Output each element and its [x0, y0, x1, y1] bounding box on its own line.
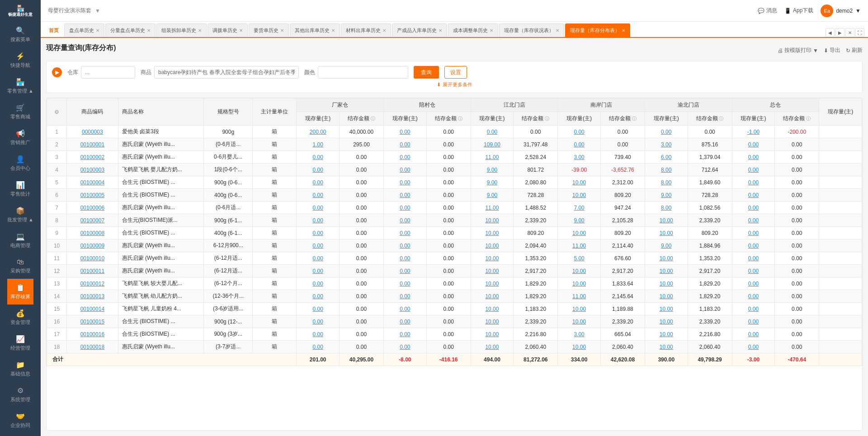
product-input[interactable]	[154, 66, 299, 79]
row-total1[interactable]: 0.00	[732, 164, 775, 176]
nav-tab-close-9[interactable]: ✕	[490, 28, 493, 33]
row-j1[interactable]: 10.00	[471, 239, 514, 252]
row-total1[interactable]: 0.00	[732, 214, 775, 227]
row-p1[interactable]: 0.00	[384, 189, 427, 202]
row-p1[interactable]: 0.00	[384, 202, 427, 214]
nav-tab-7[interactable]: 材料出库单历史✕	[341, 23, 391, 37]
row-p1[interactable]: 0.00	[384, 277, 427, 290]
row-p1[interactable]: 0.00	[384, 315, 427, 328]
row-code[interactable]: 00100015	[67, 315, 118, 328]
row-total1[interactable]: 0.00	[732, 151, 775, 164]
row-yb1[interactable]: 9.00	[645, 239, 688, 252]
row-f1[interactable]: 0.00	[297, 176, 340, 189]
nav-tab-8[interactable]: 产成品入库单历史✕	[392, 23, 447, 37]
row-f1[interactable]: 0.00	[297, 164, 340, 176]
sidebar-item-1[interactable]: ⚡快捷导航	[7, 47, 33, 73]
nav-close[interactable]: ✕	[845, 28, 854, 37]
nav-tab-close-5[interactable]: ✕	[280, 28, 284, 33]
row-n1[interactable]: 3.00	[558, 328, 601, 341]
sidebar-item-9[interactable]: 🛍采购管理	[7, 253, 33, 279]
row-n1[interactable]: 0.00	[558, 126, 601, 138]
row-yb1[interactable]: 10.00	[645, 290, 688, 303]
refresh-btn[interactable]: ↻ 刷新	[846, 47, 863, 54]
nav-tab-close-4[interactable]: ✕	[239, 28, 243, 33]
row-yb1[interactable]: 10.00	[645, 214, 688, 227]
sidebar-item-13[interactable]: 📁基础信息	[7, 356, 33, 382]
warehouse-input[interactable]	[81, 66, 135, 79]
dropdown-icon[interactable]: ▼	[95, 8, 100, 14]
row-j1[interactable]: 10.00	[471, 341, 514, 353]
nav-tab-5[interactable]: 要货单历史✕	[249, 23, 289, 37]
expand-more[interactable]: ⬇ 展开更多条件	[52, 81, 857, 88]
row-j1[interactable]: 10.00	[471, 214, 514, 227]
row-f1[interactable]: 0.00	[297, 265, 340, 277]
row-j1[interactable]: 10.00	[471, 277, 514, 290]
row-p1[interactable]: 0.00	[384, 341, 427, 353]
row-yb1[interactable]: 0.00	[645, 126, 688, 138]
row-code[interactable]: 00100006	[67, 202, 118, 214]
row-total1[interactable]: 0.00	[732, 138, 775, 151]
user-area[interactable]: Ea demo2 ▼	[821, 5, 861, 17]
row-total1[interactable]: 0.00	[732, 227, 775, 239]
th-settings[interactable]: ⚙	[47, 98, 67, 126]
nav-tab-4[interactable]: 调拨单历史✕	[208, 23, 248, 37]
row-n1[interactable]: 10.00	[558, 303, 601, 315]
row-p1[interactable]: 0.00	[384, 265, 427, 277]
sidebar-item-7[interactable]: 📦批发管理 ▲	[7, 202, 33, 228]
row-code[interactable]: 00100005	[67, 189, 118, 202]
row-code[interactable]: 00100010	[67, 252, 118, 265]
color-input[interactable]	[318, 66, 408, 79]
row-n1[interactable]: -39.00	[558, 164, 601, 176]
row-n1[interactable]: 10.00	[558, 277, 601, 290]
row-p1[interactable]: 0.00	[384, 164, 427, 176]
nav-tab-0[interactable]: 首页	[44, 23, 63, 37]
row-f1[interactable]: 0.00	[297, 239, 340, 252]
row-code[interactable]: 00100002	[67, 151, 118, 164]
app-download-btn[interactable]: 📱 App下载	[784, 7, 813, 14]
row-total1[interactable]: 0.00	[732, 277, 775, 290]
row-total1[interactable]: 0.00	[732, 290, 775, 303]
sidebar-item-2[interactable]: 🏪零售管理 ▲	[7, 73, 33, 99]
nav-tab-2[interactable]: 分量盘点单历史✕	[105, 23, 156, 37]
nav-tab-close-8[interactable]: ✕	[439, 28, 442, 33]
sidebar-item-4[interactable]: 📢营销推广	[7, 125, 33, 150]
row-n1[interactable]: 0.00	[558, 138, 601, 151]
row-j1[interactable]: 9.00	[471, 164, 514, 176]
nav-tab-1[interactable]: 盘点单历史✕	[64, 23, 104, 37]
row-n1[interactable]: 10.00	[558, 265, 601, 277]
row-yb1[interactable]: 10.00	[645, 341, 688, 353]
nav-tab-9[interactable]: 成本调整单历史✕	[448, 23, 498, 37]
row-j1[interactable]: 10.00	[471, 315, 514, 328]
row-code[interactable]: 00100003	[67, 164, 118, 176]
row-j1[interactable]: 11.00	[471, 202, 514, 214]
row-yb1[interactable]: 3.00	[645, 138, 688, 151]
sidebar-item-11[interactable]: 💰资金管理	[7, 305, 33, 330]
row-f1[interactable]: 0.00	[297, 189, 340, 202]
sidebar-item-5[interactable]: 👤会员中心	[7, 150, 33, 176]
row-total1[interactable]: 0.00	[732, 252, 775, 265]
row-p1[interactable]: 0.00	[384, 328, 427, 341]
nav-tab-close-11[interactable]: ✕	[622, 28, 625, 33]
row-f1[interactable]: 0.00	[297, 277, 340, 290]
sidebar-item-16[interactable]: 🎯新手引导	[7, 433, 33, 436]
row-j1[interactable]: 109.00	[471, 138, 514, 151]
row-code[interactable]: 00100016	[67, 328, 118, 341]
row-f1[interactable]: 0.00	[297, 315, 340, 328]
row-j1[interactable]: 9.00	[471, 176, 514, 189]
row-yb1[interactable]: 8.00	[645, 202, 688, 214]
row-n1[interactable]: 9.00	[558, 214, 601, 227]
nav-tab-close-6[interactable]: ✕	[331, 28, 335, 33]
export-btn[interactable]: ⬇ 导出	[824, 47, 840, 54]
query-btn[interactable]: 查询	[414, 66, 439, 79]
row-f1[interactable]: 200.00	[297, 126, 340, 138]
set-btn[interactable]: 设置	[444, 66, 467, 79]
row-n1[interactable]: 5.00	[558, 252, 601, 265]
row-yb1[interactable]: 10.00	[645, 315, 688, 328]
row-yb1[interactable]: 10.00	[645, 227, 688, 239]
row-total1[interactable]: 0.00	[732, 303, 775, 315]
row-total1[interactable]: 0.00	[732, 176, 775, 189]
row-f1[interactable]: 0.00	[297, 328, 340, 341]
row-p1[interactable]: 0.00	[384, 126, 427, 138]
row-j1[interactable]: 10.00	[471, 227, 514, 239]
sidebar-item-14[interactable]: ⚙系统管理	[7, 382, 33, 408]
